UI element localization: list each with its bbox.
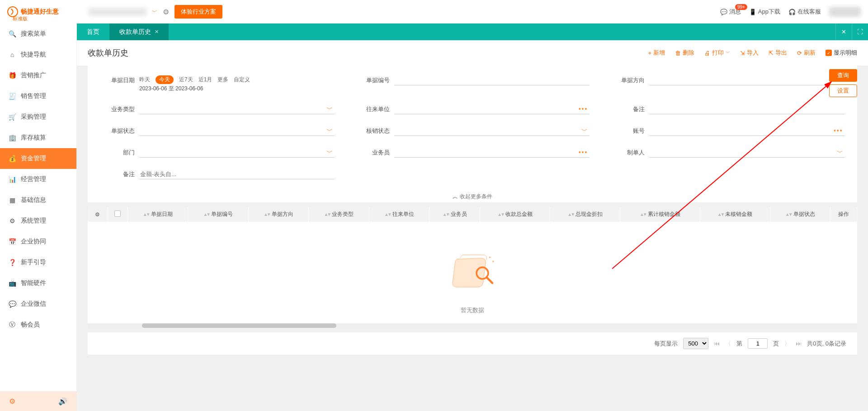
col-header[interactable]: ▲▼业务类型: [309, 207, 369, 222]
col-header[interactable]: ▲▼业务员: [429, 207, 480, 222]
page-input[interactable]: [748, 338, 768, 349]
refresh-button[interactable]: ⟳刷新: [797, 49, 816, 57]
creator-select[interactable]: [649, 148, 844, 158]
bill-no-input[interactable]: [394, 75, 590, 85]
horizontal-scrollbar[interactable]: [88, 323, 857, 328]
col-header[interactable]: ▲▼单据状态: [770, 207, 830, 222]
settings-button[interactable]: 设置: [829, 84, 857, 97]
user-avatar-blurred[interactable]: [829, 7, 861, 17]
message-link[interactable]: 💬 消息 99+: [720, 8, 741, 16]
col-label: 单据编号: [211, 211, 233, 217]
bill-dir-select[interactable]: [649, 75, 844, 85]
export-label: 导出: [775, 49, 787, 57]
close-icon[interactable]: ✕: [155, 29, 159, 35]
new-button[interactable]: +新增: [648, 49, 665, 57]
sidebar-item-2[interactable]: 🎁营销推广: [0, 65, 76, 86]
col-header[interactable]: 操作: [830, 207, 857, 222]
prev-page[interactable]: 〈: [725, 340, 731, 348]
sidebar-item-0[interactable]: 🔍搜索菜单: [0, 23, 76, 44]
export-button[interactable]: ⇱导出: [769, 49, 787, 57]
import-button[interactable]: ⇲导入: [740, 49, 759, 57]
hx-state-select[interactable]: [394, 126, 590, 136]
bill-state-select[interactable]: [139, 126, 335, 136]
chevron-down-icon[interactable]: ﹀: [152, 8, 157, 16]
online-service-link[interactable]: 🎧 在线客服: [788, 8, 821, 16]
date-opt-more[interactable]: 更多: [217, 76, 228, 84]
print-button[interactable]: 🖨打印﹀: [704, 49, 730, 57]
sidebar-item-7[interactable]: 📊经营管理: [0, 169, 76, 190]
app-download-link[interactable]: 📱 App下载: [749, 8, 780, 16]
select-all-checkbox[interactable]: [108, 207, 127, 222]
sidebar-item-5[interactable]: 🏢库存核算: [0, 127, 76, 148]
operator-picker[interactable]: [394, 148, 590, 158]
gear-icon[interactable]: ⚙: [163, 8, 169, 16]
tabs-close-button[interactable]: ✕: [835, 23, 852, 40]
col-config-button[interactable]: ⚙: [88, 207, 108, 222]
col-header[interactable]: ▲▼往来单位: [369, 207, 429, 222]
remark2-input[interactable]: [139, 169, 335, 179]
tab-receipt-history[interactable]: 收款单历史 ✕: [109, 23, 169, 40]
collapse-icon[interactable]: 🔊: [58, 397, 67, 406]
chevron-down-icon[interactable]: ﹀: [326, 105, 333, 113]
settings-icon[interactable]: ⚙: [9, 397, 15, 406]
sidebar-item-10[interactable]: 📅企业协同: [0, 231, 76, 252]
sidebar-item-1[interactable]: ⌂快捷导航: [0, 44, 76, 65]
experience-button[interactable]: 体验行业方案: [175, 5, 222, 19]
more-icon[interactable]: •••: [834, 127, 843, 134]
col-header[interactable]: ▲▼单据方向: [248, 207, 309, 222]
chevron-up-icon: ︽: [453, 193, 459, 200]
col-header[interactable]: ▲▼单据编号: [188, 207, 249, 222]
empty-state: 暂无数据: [88, 222, 857, 323]
chevron-down-icon[interactable]: ﹀: [326, 127, 333, 135]
scrollbar-thumb[interactable]: [142, 323, 336, 328]
sidebar-item-11[interactable]: ❓新手引导: [0, 252, 76, 273]
org-name-blurred[interactable]: xxxxxxxx: [89, 8, 146, 16]
col-header[interactable]: ▲▼累计核销金额: [620, 207, 700, 222]
partner-picker[interactable]: [394, 104, 590, 114]
more-icon[interactable]: •••: [579, 149, 588, 156]
tabs-fullscreen-button[interactable]: ⛶: [852, 23, 868, 40]
show-detail-toggle[interactable]: ✓显示明细: [826, 49, 857, 57]
more-icon[interactable]: •••: [579, 105, 588, 112]
col-header[interactable]: ▲▼未核销金额: [700, 207, 770, 222]
account-picker[interactable]: [649, 126, 844, 136]
sidebar-item-label: 营销推广: [21, 71, 46, 79]
sidebar-item-13[interactable]: 💬企业微信: [0, 294, 76, 314]
sidebar-item-3[interactable]: 🧾销售管理: [0, 86, 76, 107]
tab-home[interactable]: 首页: [77, 23, 109, 40]
sidebar-item-9[interactable]: ⚙系统管理: [0, 210, 76, 231]
label-bill-date: 单据日期: [96, 75, 139, 84]
date-opt-today[interactable]: 今天: [156, 75, 174, 84]
sidebar-item-4[interactable]: 🛒采购管理: [0, 107, 76, 127]
page-size-select[interactable]: 500: [683, 338, 708, 349]
label-bill-dir: 单据方向: [606, 75, 649, 84]
page-summary: 共0页, 0条记录: [807, 340, 846, 348]
col-header[interactable]: ▲▼收款总金额: [480, 207, 550, 222]
last-page[interactable]: ⏭: [796, 340, 802, 347]
collapse-filters[interactable]: ︽ 收起更多条件: [443, 191, 502, 202]
date-opt-7d[interactable]: 近7天: [179, 76, 193, 84]
sidebar-item-14[interactable]: Ⓥ畅会员: [0, 314, 76, 335]
plus-icon: +: [648, 50, 651, 56]
refresh-label: 刷新: [804, 49, 816, 57]
col-label: 收款总金额: [505, 211, 533, 217]
sidebar-item-6[interactable]: 💰资金管理: [0, 148, 76, 169]
delete-button[interactable]: 🗑删除: [675, 49, 694, 57]
sidebar-item-8[interactable]: ▦基础信息: [0, 190, 76, 210]
query-button[interactable]: 查询: [829, 69, 857, 82]
col-header[interactable]: ▲▼单据日期: [127, 207, 188, 222]
biz-type-select[interactable]: [139, 104, 335, 114]
next-page[interactable]: 〉: [784, 340, 790, 348]
dept-select[interactable]: [139, 148, 335, 158]
col-header[interactable]: ▲▼总现金折扣: [550, 207, 620, 222]
remark-input[interactable]: [649, 104, 844, 114]
date-opt-custom[interactable]: 自定义: [234, 76, 250, 84]
chevron-down-icon[interactable]: ﹀: [837, 149, 843, 157]
chevron-down-icon[interactable]: ﹀: [326, 149, 333, 157]
sidebar-icon: 🧾: [8, 92, 16, 100]
first-page[interactable]: ⏮: [714, 340, 720, 347]
date-opt-1m[interactable]: 近1月: [198, 76, 212, 84]
sidebar-item-12[interactable]: 📺智能硬件: [0, 273, 76, 294]
chevron-down-icon[interactable]: ﹀: [581, 127, 588, 135]
date-opt-yesterday[interactable]: 昨天: [139, 76, 150, 84]
